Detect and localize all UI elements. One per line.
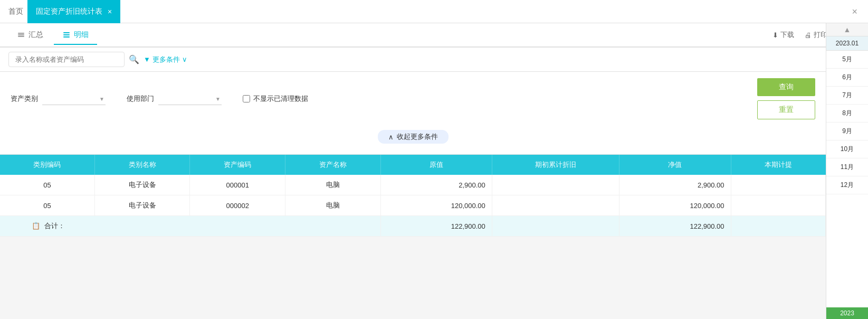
row1-current-depreciation [731, 175, 825, 195]
department-select-wrapper: ▼ [158, 92, 222, 105]
col-asset-name: 资产名称 [285, 155, 381, 175]
row1-original-value: 2,900.00 [380, 175, 492, 195]
filter-icon: ▼ [144, 55, 150, 63]
tab-detail[interactable]: 明细 [54, 26, 97, 45]
tab-close-button[interactable]: × [108, 7, 112, 16]
tab-summary[interactable]: 汇总 [8, 26, 52, 45]
row1-net-value: 2,900.00 [619, 175, 731, 195]
sub-tabs-left: 汇总 明细 [8, 26, 97, 44]
svg-rect-0 [18, 36, 24, 37]
date-panel: ▲ 2023.01 5月 6月 7月 8月 9月 10月 11月 12月 202… [826, 23, 868, 319]
row1-accumulated-depreciation [492, 175, 619, 195]
svg-rect-3 [63, 32, 70, 33]
asset-category-select-wrapper: ▼ [42, 92, 106, 105]
sub-tabs-bar: 汇总 明细 ⬇ 下载 🖨 打印 ↻ 刷新 [0, 23, 868, 48]
tab-label: 固定资产折旧统计表 [36, 7, 102, 16]
svg-rect-5 [63, 36, 70, 37]
collapse-section: ∧ 收起更多条件 [11, 126, 815, 148]
reset-button[interactable]: 重置 [757, 100, 815, 119]
month-item-11[interactable]: 11月 [826, 158, 868, 176]
col-net-value: 净值 [619, 155, 731, 175]
table-container: 类别编码 类别名称 资产编码 资产名称 原值 期初累计折旧 净值 本期计提 05… [0, 155, 826, 237]
row2-accumulated-depreciation [492, 195, 619, 216]
total-current-depreciation [731, 216, 825, 237]
row1-category-name: 电子设备 [94, 175, 190, 195]
col-current-depreciation: 本期计提 [731, 155, 825, 175]
col-accumulated-depreciation: 期初累计折旧 [492, 155, 619, 175]
year-badge[interactable]: 2023 [826, 307, 868, 319]
month-item-9[interactable]: 9月 [826, 123, 868, 140]
col-original-value: 原值 [380, 155, 492, 175]
home-nav[interactable]: 首页 [8, 7, 23, 16]
print-icon: 🖨 [805, 31, 812, 39]
month-item-12[interactable]: 12月 [826, 176, 868, 194]
hide-cleared-field: 不显示已清理数据 [243, 94, 308, 104]
search-bar: 🔍 ▼ 更多条件 ∨ [0, 48, 826, 72]
month-item-7[interactable]: 7月 [826, 87, 868, 105]
table-header: 类别编码 类别名称 资产编码 资产名称 原值 期初累计折旧 净值 本期计提 [0, 155, 826, 175]
collapse-button[interactable]: ∧ 收起更多条件 [378, 130, 449, 144]
print-button[interactable]: 🖨 打印 [805, 30, 827, 40]
chevron-up-icon: ∧ [388, 133, 394, 141]
month-item-10[interactable]: 10月 [826, 140, 868, 158]
table-body: 05 电子设备 000001 电脑 2,900.00 2,900.00 05 电… [0, 175, 826, 237]
layers-icon [17, 31, 25, 39]
download-button[interactable]: ⬇ 下载 [772, 30, 794, 40]
table-row: 05 电子设备 000001 电脑 2,900.00 2,900.00 [0, 175, 826, 195]
tab-detail-label: 明细 [74, 30, 89, 40]
row1-category-code: 05 [0, 175, 94, 195]
active-tab[interactable]: 固定资产折旧统计表 × [27, 0, 120, 23]
table-row: 05 电子设备 000002 电脑 120,000.00 120,000.00 [0, 195, 826, 216]
row1-asset-name: 电脑 [285, 175, 381, 195]
svg-rect-2 [18, 33, 24, 34]
date-display: 2023.01 [836, 40, 859, 47]
row2-net-value: 120,000.00 [619, 195, 731, 216]
main-content: 🔍 ▼ 更多条件 ∨ 资产类别 ▼ 使用部门 [0, 48, 826, 237]
col-asset-code: 资产编码 [190, 155, 285, 175]
hide-cleared-label: 不显示已清理数据 [253, 94, 308, 104]
tab-summary-label: 汇总 [28, 30, 43, 40]
filter-area: 资产类别 ▼ 使用部门 ▼ 不显示已清理数 [0, 72, 826, 155]
search-icon[interactable]: 🔍 [129, 54, 139, 64]
window-close-button[interactable]: × [852, 6, 857, 17]
more-conditions-button[interactable]: ▼ 更多条件 ∨ [144, 55, 187, 64]
asset-category-field: 资产类别 ▼ [11, 92, 106, 105]
row2-asset-code: 000002 [190, 195, 285, 216]
total-net-value: 122,900.00 [619, 216, 731, 237]
col-category-code: 类别编码 [0, 155, 94, 175]
month-item-6[interactable]: 6月 [826, 69, 868, 87]
list-icon [62, 31, 71, 39]
total-row: 📋 合计： 122,900.00 122,900.00 [0, 216, 826, 237]
row2-asset-name: 电脑 [285, 195, 381, 216]
filter-row: 资产类别 ▼ 使用部门 ▼ 不显示已清理数 [11, 78, 815, 119]
date-header: 2023.01 [826, 36, 868, 51]
department-label: 使用部门 [127, 94, 154, 104]
hide-cleared-checkbox[interactable] [243, 95, 250, 102]
date-scroll-up[interactable]: ▲ [826, 23, 868, 36]
row2-original-value: 120,000.00 [380, 195, 492, 216]
department-select[interactable] [158, 92, 222, 105]
row1-asset-code: 000001 [190, 175, 285, 195]
download-icon: ⬇ [772, 31, 778, 39]
row2-current-depreciation [731, 195, 825, 216]
month-item-5[interactable]: 5月 [826, 51, 868, 69]
svg-rect-4 [63, 34, 70, 35]
department-field: 使用部门 ▼ [127, 92, 222, 105]
total-icon: 📋 [32, 222, 40, 230]
total-accumulated-depreciation [492, 216, 619, 237]
month-list: 5月 6月 7月 8月 9月 10月 11月 12月 [826, 51, 868, 307]
svg-rect-1 [18, 34, 24, 35]
row2-category-name: 电子设备 [94, 195, 190, 216]
header-row: 类别编码 类别名称 资产编码 资产名称 原值 期初累计折旧 净值 本期计提 [0, 155, 826, 175]
month-item-8[interactable]: 8月 [826, 105, 868, 123]
data-table: 类别编码 类别名称 资产编码 资产名称 原值 期初累计折旧 净值 本期计提 05… [0, 155, 826, 237]
asset-category-label: 资产类别 [11, 94, 38, 104]
col-category-name: 类别名称 [94, 155, 190, 175]
row2-category-code: 05 [0, 195, 94, 216]
asset-category-select[interactable] [42, 92, 106, 105]
chevron-down-icon: ∨ [182, 55, 187, 63]
search-input[interactable] [8, 52, 125, 67]
total-original-value: 122,900.00 [380, 216, 492, 237]
top-nav: 首页 固定资产折旧统计表 × × [0, 0, 868, 23]
query-button[interactable]: 查询 [757, 78, 815, 96]
